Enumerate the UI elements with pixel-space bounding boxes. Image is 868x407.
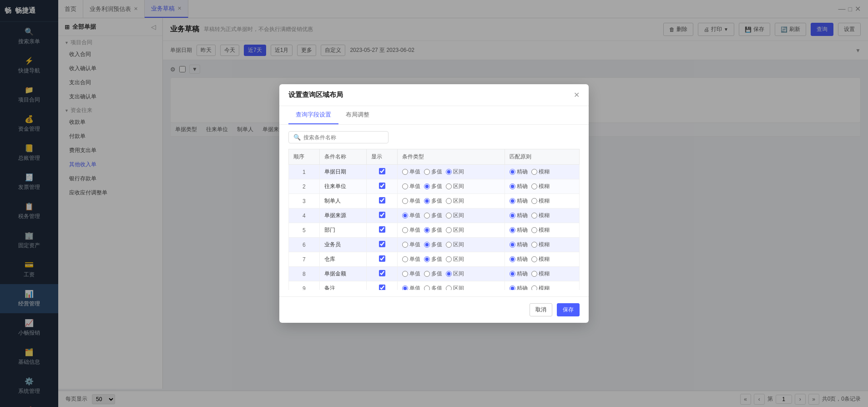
row-name-4: 单据来源 bbox=[319, 209, 367, 223]
match-option-精确-6[interactable]: 精确 bbox=[510, 241, 528, 249]
match-option-精确-8[interactable]: 精确 bbox=[510, 270, 528, 278]
cond-option-多值-3[interactable]: 多值 bbox=[424, 197, 442, 205]
row-match-3: 精确模糊 bbox=[505, 194, 580, 209]
cond-option-单值-3[interactable]: 单值 bbox=[402, 197, 420, 205]
col-header-show: 显示 bbox=[367, 149, 398, 165]
col-header-match: 匹配原则 bbox=[505, 149, 580, 165]
row-show-1[interactable] bbox=[367, 165, 398, 179]
row-order-9: 9 bbox=[289, 281, 320, 290]
row-name-1: 单据日期 bbox=[319, 165, 367, 179]
cond-option-多值-4[interactable]: 多值 bbox=[424, 212, 442, 219]
row-show-6[interactable] bbox=[367, 238, 398, 252]
cond-option-区间-1[interactable]: 区间 bbox=[446, 168, 464, 176]
cond-option-多值-9[interactable]: 多值 bbox=[424, 285, 442, 290]
show-checkbox-8[interactable] bbox=[379, 270, 385, 276]
cond-option-区间-9[interactable]: 区间 bbox=[446, 285, 464, 290]
match-option-精确-9[interactable]: 精确 bbox=[510, 285, 528, 290]
row-show-5[interactable] bbox=[367, 223, 398, 238]
dialog-overlay[interactable]: 设置查询区域布局 ✕ 查询字段设置 布局调整 🔍 顺序 条件 bbox=[0, 0, 868, 407]
cond-option-单值-1[interactable]: 单值 bbox=[402, 168, 420, 176]
col-header-condtype: 条件类型 bbox=[398, 149, 505, 165]
row-order-3: 3 bbox=[289, 194, 320, 209]
save-settings-button[interactable]: 保存 bbox=[557, 303, 580, 316]
match-option-精确-7[interactable]: 精确 bbox=[510, 255, 528, 263]
row-name-3: 制单人 bbox=[319, 194, 367, 209]
condition-search-box: 🔍 bbox=[288, 131, 389, 143]
settings-dialog: 设置查询区域布局 ✕ 查询字段设置 布局调整 🔍 顺序 条件 bbox=[279, 84, 589, 323]
condition-search-icon: 🔍 bbox=[293, 134, 301, 141]
row-match-4: 精确模糊 bbox=[505, 209, 580, 223]
row-show-7[interactable] bbox=[367, 252, 398, 267]
match-option-精确-2[interactable]: 精确 bbox=[510, 183, 528, 190]
show-checkbox-4[interactable] bbox=[379, 212, 385, 218]
show-checkbox-9[interactable] bbox=[379, 285, 385, 290]
cond-option-多值-8[interactable]: 多值 bbox=[424, 270, 442, 278]
row-match-7: 精确模糊 bbox=[505, 252, 580, 267]
row-order-5: 5 bbox=[289, 223, 320, 238]
row-show-4[interactable] bbox=[367, 209, 398, 223]
match-option-模糊-7[interactable]: 模糊 bbox=[531, 255, 550, 263]
cond-option-多值-2[interactable]: 多值 bbox=[424, 183, 442, 190]
dialog-close-icon[interactable]: ✕ bbox=[574, 91, 580, 99]
show-checkbox-1[interactable] bbox=[379, 168, 385, 174]
cond-option-区间-4[interactable]: 区间 bbox=[446, 212, 464, 219]
cond-option-区间-2[interactable]: 区间 bbox=[446, 183, 464, 190]
show-checkbox-3[interactable] bbox=[379, 197, 385, 204]
row-match-8: 精确模糊 bbox=[505, 267, 580, 281]
dialog-tab-layout[interactable]: 布局调整 bbox=[338, 106, 377, 124]
match-option-模糊-4[interactable]: 模糊 bbox=[531, 212, 550, 219]
cond-option-区间-7[interactable]: 区间 bbox=[446, 255, 464, 263]
row-condtype-9: 单值多值区间 bbox=[398, 281, 505, 290]
row-show-9[interactable] bbox=[367, 281, 398, 290]
match-option-模糊-2[interactable]: 模糊 bbox=[531, 183, 550, 190]
match-option-模糊-1[interactable]: 模糊 bbox=[531, 168, 550, 176]
match-option-模糊-5[interactable]: 模糊 bbox=[531, 226, 550, 234]
match-option-模糊-6[interactable]: 模糊 bbox=[531, 241, 550, 249]
cond-option-多值-1[interactable]: 多值 bbox=[424, 168, 442, 176]
row-condtype-5: 单值多值区间 bbox=[398, 223, 505, 238]
cond-option-区间-6[interactable]: 区间 bbox=[446, 241, 464, 249]
cond-option-单值-8[interactable]: 单值 bbox=[402, 270, 420, 278]
row-order-4: 4 bbox=[289, 209, 320, 223]
row-condtype-3: 单值多值区间 bbox=[398, 194, 505, 209]
match-option-精确-5[interactable]: 精确 bbox=[510, 226, 528, 234]
row-name-9: 备注 bbox=[319, 281, 367, 290]
cond-option-多值-7[interactable]: 多值 bbox=[424, 255, 442, 263]
match-option-模糊-3[interactable]: 模糊 bbox=[531, 197, 550, 205]
show-checkbox-7[interactable] bbox=[379, 255, 385, 262]
match-option-精确-3[interactable]: 精确 bbox=[510, 197, 528, 205]
show-checkbox-6[interactable] bbox=[379, 241, 385, 247]
cond-option-单值-9[interactable]: 单值 bbox=[402, 285, 420, 290]
cond-option-单值-5[interactable]: 单值 bbox=[402, 226, 420, 234]
cancel-button[interactable]: 取消 bbox=[530, 303, 552, 316]
dialog-body: 🔍 顺序 条件名称 显示 条件类型 匹配原则 1单据日期 bbox=[279, 125, 589, 296]
dialog-header: 设置查询区域布局 ✕ bbox=[279, 84, 589, 106]
row-condtype-8: 单值多值区间 bbox=[398, 267, 505, 281]
show-checkbox-2[interactable] bbox=[379, 183, 385, 189]
match-option-模糊-8[interactable]: 模糊 bbox=[531, 270, 550, 278]
cond-option-单值-7[interactable]: 单值 bbox=[402, 255, 420, 263]
dialog-tabs: 查询字段设置 布局调整 bbox=[279, 106, 589, 125]
cond-option-多值-6[interactable]: 多值 bbox=[424, 241, 442, 249]
cond-option-单值-4[interactable]: 单值 bbox=[402, 212, 420, 219]
row-name-6: 业务员 bbox=[319, 238, 367, 252]
col-header-order: 顺序 bbox=[289, 149, 320, 165]
cond-option-区间-3[interactable]: 区间 bbox=[446, 197, 464, 205]
show-checkbox-5[interactable] bbox=[379, 226, 385, 233]
row-show-3[interactable] bbox=[367, 194, 398, 209]
row-show-2[interactable] bbox=[367, 179, 398, 194]
cond-option-区间-8[interactable]: 区间 bbox=[446, 270, 464, 278]
cond-option-多值-5[interactable]: 多值 bbox=[424, 226, 442, 234]
row-name-5: 部门 bbox=[319, 223, 367, 238]
cond-option-单值-6[interactable]: 单值 bbox=[402, 241, 420, 249]
row-condtype-6: 单值多值区间 bbox=[398, 238, 505, 252]
match-option-精确-4[interactable]: 精确 bbox=[510, 212, 528, 219]
row-show-8[interactable] bbox=[367, 267, 398, 281]
cond-option-单值-2[interactable]: 单值 bbox=[402, 183, 420, 190]
condition-search-input[interactable] bbox=[303, 134, 384, 141]
cond-option-区间-5[interactable]: 区间 bbox=[446, 226, 464, 234]
dialog-tab-fields[interactable]: 查询字段设置 bbox=[288, 106, 338, 124]
match-option-精确-1[interactable]: 精确 bbox=[510, 168, 528, 176]
match-option-模糊-9[interactable]: 模糊 bbox=[531, 285, 550, 290]
settings-table: 顺序 条件名称 显示 条件类型 匹配原则 1单据日期单值多值区间精确模糊2往来单… bbox=[288, 149, 580, 290]
